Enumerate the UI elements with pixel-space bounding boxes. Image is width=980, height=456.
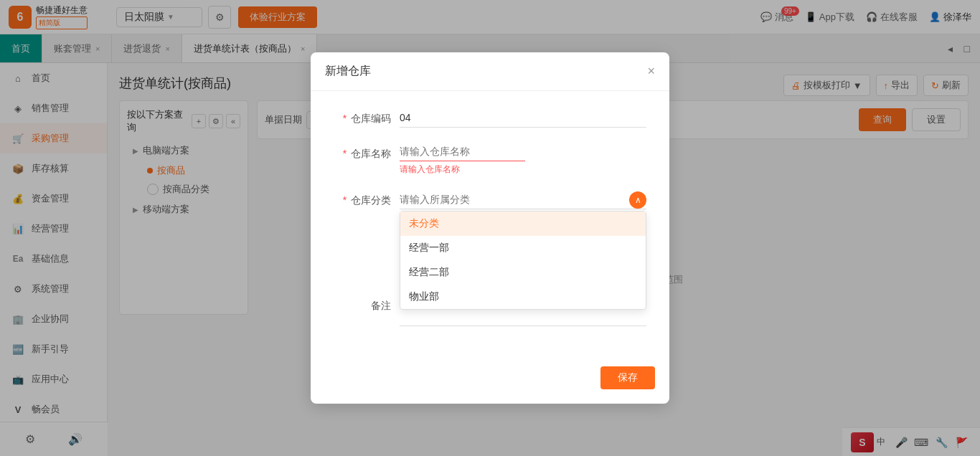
- name-input-wrap: [400, 142, 646, 161]
- name-label: * 仓库名称: [334, 143, 391, 161]
- name-error-msg: 请输入仓库名称: [400, 164, 460, 174]
- dialog-close-button[interactable]: ×: [647, 64, 655, 79]
- code-label: * 仓库编码: [334, 108, 391, 125]
- option-unclassified[interactable]: 未分类: [400, 212, 646, 236]
- dialog-title: 新增仓库: [325, 64, 371, 79]
- option-dept2[interactable]: 经营二部: [400, 260, 646, 285]
- note-label: 备注: [334, 295, 391, 313]
- category-dropdown-list: 未分类 经营一部 经营二部 物业部: [400, 211, 646, 310]
- dropdown-toggle-button[interactable]: ∧: [629, 191, 646, 209]
- save-button[interactable]: 保存: [600, 366, 655, 389]
- option-dept1[interactable]: 经营一部: [400, 236, 646, 260]
- dialog-header: 新增仓库 ×: [311, 52, 669, 91]
- name-input[interactable]: [400, 142, 525, 161]
- code-form-row: * 仓库编码: [334, 108, 646, 128]
- category-label: * 仓库分类: [334, 190, 391, 207]
- name-form-row: * 仓库名称 请输入仓库名称: [334, 142, 646, 176]
- category-form-row: * 仓库分类 ∧ 未分类 经营一部 经营二部 物业部: [334, 190, 646, 209]
- dialog-footer: 保存: [311, 358, 669, 404]
- category-dropdown-wrap: ∧ 未分类 经营一部 经营二部 物业部: [400, 190, 646, 209]
- dialog-body: * 仓库编码 * 仓库名称 请输入仓库名称 *: [311, 91, 669, 358]
- category-input[interactable]: [400, 190, 646, 209]
- option-property[interactable]: 物业部: [400, 285, 646, 309]
- new-warehouse-dialog: 新增仓库 × * 仓库编码 * 仓库名称 请输入仓库名称: [311, 52, 669, 404]
- code-input[interactable]: [400, 108, 646, 128]
